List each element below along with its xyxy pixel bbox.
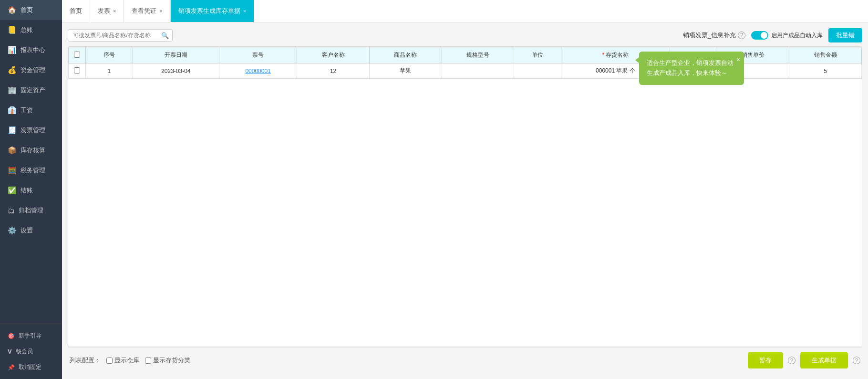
th-unit: 单位 xyxy=(514,47,561,63)
auto-warehouse-toggle[interactable] xyxy=(751,31,768,40)
cell-unit xyxy=(514,63,561,79)
fund-icon: 💰 xyxy=(8,66,17,74)
batch-button[interactable]: 批量错 xyxy=(828,28,862,42)
sidebar-label-archive: 归档管理 xyxy=(19,206,43,215)
sidebar-item-inventory[interactable]: 📦 库存核算 xyxy=(0,140,62,160)
sidebar-label-inventory: 库存核算 xyxy=(21,146,45,155)
cell-seq: 1 xyxy=(86,63,133,79)
sidebar-label-settings: 设置 xyxy=(21,226,33,235)
th-date: 开票日期 xyxy=(133,47,219,63)
sidebar-label-fund: 资金管理 xyxy=(21,66,45,74)
newbie-icon: 🎯 xyxy=(8,333,15,339)
tab-voucher-close[interactable]: × xyxy=(159,8,162,14)
sidebar-label-fixed-assets: 固定资产 xyxy=(21,86,45,95)
tab-cancel-invoice[interactable]: 销项发票生成库存单据 × xyxy=(171,0,254,22)
ledger-icon: 📒 xyxy=(8,26,17,34)
toolbar-left: 🔍 xyxy=(68,29,173,42)
cell-customer: 12 xyxy=(297,63,370,79)
sidebar-label-general-ledger: 总账 xyxy=(21,26,33,34)
sidebar-item-newbie[interactable]: 🎯 新手引导 xyxy=(0,328,62,344)
show-warehouse-label[interactable]: 显示仓库 xyxy=(106,356,139,365)
cell-number[interactable]: 00000001 xyxy=(219,63,297,79)
settlement-icon: ✅ xyxy=(8,186,17,195)
sidebar-item-fixed-assets[interactable]: 🏢 固定资产 xyxy=(0,80,62,100)
sidebar-item-pin[interactable]: 📌 取消固定 xyxy=(0,359,62,375)
sidebar-item-home[interactable]: 🏠 首页 xyxy=(0,0,62,20)
th-spec: 规格型号 xyxy=(442,47,514,63)
footer-config: 列表配置： 显示仓库 显示存货分类 xyxy=(70,356,190,365)
tab-cancel-invoice-label: 销项发票生成库存单据 xyxy=(178,7,240,15)
toolbar-right: 销项发票_信息补充 ? 启用产成品自动入库 批量错 xyxy=(683,28,862,42)
sidebar-label-settlement: 结账 xyxy=(21,186,33,195)
tab-home-label: 首页 xyxy=(70,7,82,15)
info-label-text: 销项发票_信息补充 xyxy=(683,31,736,40)
tabbar: 首页 发票 × 查看凭证 × 销项发票生成库存单据 × xyxy=(62,0,868,22)
cell-amount: 5 xyxy=(789,63,862,79)
sidebar-label-vip: 畅会员 xyxy=(16,347,33,356)
th-customer: 客户名称 xyxy=(297,47,370,63)
th-number: 票号 xyxy=(219,47,297,63)
tab-invoice[interactable]: 发票 × xyxy=(90,0,124,22)
sidebar-label-invoice: 发票管理 xyxy=(21,126,45,135)
search-input[interactable] xyxy=(68,29,173,42)
search-wrap: 🔍 xyxy=(68,29,173,42)
save-help-icon[interactable]: ? xyxy=(788,357,796,364)
page-wrapper: 首页 发票 × 查看凭证 × 销项发票生成库存单据 × 🔍 xyxy=(62,0,868,379)
archive-icon: 🗂 xyxy=(8,207,15,215)
th-seq: 序号 xyxy=(86,47,133,63)
tooltip-close[interactable]: × xyxy=(736,54,740,65)
sidebar-item-settlement[interactable]: ✅ 结账 xyxy=(0,180,62,200)
show-warehouse-text: 显示仓库 xyxy=(114,356,139,365)
th-amount: 销售金额 xyxy=(789,47,862,63)
tab-cancel-invoice-close[interactable]: × xyxy=(243,8,246,14)
show-category-text: 显示存货分类 xyxy=(153,356,190,365)
show-category-checkbox[interactable] xyxy=(145,358,151,364)
sidebar-item-fund[interactable]: 💰 资金管理 xyxy=(0,60,62,80)
cell-date: 2023-03-04 xyxy=(133,63,219,79)
invoice-icon: 🧾 xyxy=(8,126,17,135)
toggle-label: 启用产成品自动入库 xyxy=(771,32,823,40)
show-warehouse-checkbox[interactable] xyxy=(106,358,113,364)
th-product: 商品名称 xyxy=(369,47,442,63)
home-icon: 🏠 xyxy=(8,6,17,14)
sidebar-item-archive[interactable]: 🗂 归档管理 xyxy=(0,200,62,221)
sidebar-item-hr[interactable]: 👔 工资 xyxy=(0,100,62,120)
hr-icon: 👔 xyxy=(8,106,17,115)
footer: 列表配置： 显示仓库 显示存货分类 暂存 ? 生成单据 ? xyxy=(68,347,862,373)
sidebar-item-tax[interactable]: 🧮 税务管理 xyxy=(0,160,62,180)
settings-icon: ⚙️ xyxy=(8,226,17,235)
search-icon: 🔍 xyxy=(161,32,169,39)
tooltip-text: 适合生产型企业，销项发票自动生成产成品入库，快来体验～ xyxy=(647,59,734,76)
show-category-label[interactable]: 显示存货分类 xyxy=(145,356,190,365)
generate-button[interactable]: 生成单据 xyxy=(800,352,848,368)
config-label: 列表配置： xyxy=(70,356,101,365)
sidebar-item-reports[interactable]: 📊 报表中心 xyxy=(0,40,62,60)
reports-icon: 📊 xyxy=(8,46,17,54)
tab-home[interactable]: 首页 xyxy=(62,0,90,22)
info-label: 销项发票_信息补充 ? xyxy=(683,31,745,40)
toolbar: 🔍 销项发票_信息补充 ? 启用产成品自动入库 批量错 xyxy=(68,28,862,42)
sidebar-label-newbie: 新手引导 xyxy=(19,332,41,340)
content-area: 🔍 销项发票_信息补充 ? 启用产成品自动入库 批量错 xyxy=(62,22,868,379)
select-all-checkbox[interactable] xyxy=(74,52,80,58)
sidebar-item-settings[interactable]: ⚙️ 设置 xyxy=(0,221,62,241)
tab-invoice-close[interactable]: × xyxy=(113,8,116,14)
sidebar-label-pin: 取消固定 xyxy=(19,363,41,371)
footer-actions: 暂存 ? 生成单据 ? xyxy=(748,352,860,368)
vip-icon: V xyxy=(8,348,12,355)
generate-help-icon[interactable]: ? xyxy=(853,357,860,364)
tab-voucher-label: 查看凭证 xyxy=(132,7,156,15)
sidebar-bottom: 🎯 新手引导 V 畅会员 📌 取消固定 xyxy=(0,324,62,379)
save-button[interactable]: 暂存 xyxy=(748,352,783,368)
toggle-wrap: 启用产成品自动入库 xyxy=(751,31,823,40)
sidebar-label-hr: 工资 xyxy=(21,106,33,115)
tab-voucher[interactable]: 查看凭证 × xyxy=(124,0,170,22)
sidebar-label-home: 首页 xyxy=(21,6,33,14)
info-help-icon[interactable]: ? xyxy=(738,32,745,39)
sidebar-item-vip[interactable]: V 畅会员 xyxy=(0,344,62,359)
sidebar-item-invoice[interactable]: 🧾 发票管理 xyxy=(0,120,62,140)
sidebar-item-general-ledger[interactable]: 📒 总账 xyxy=(0,20,62,40)
assets-icon: 🏢 xyxy=(8,86,17,95)
cell-checkbox[interactable] xyxy=(69,63,86,79)
row-checkbox[interactable] xyxy=(74,67,80,74)
